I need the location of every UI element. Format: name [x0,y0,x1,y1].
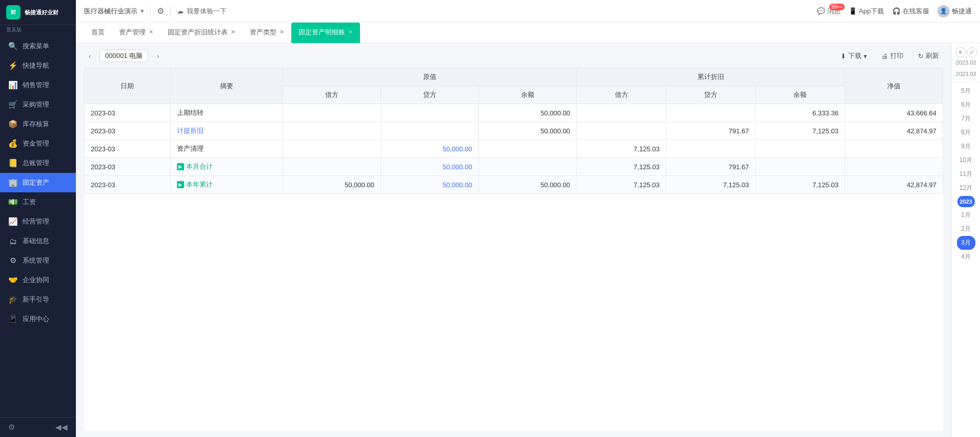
print-btn[interactable]: 🖨 打印 [877,49,908,63]
sidebar-item-purchase[interactable]: 🛒 采购管理 [0,95,76,114]
cell-dep-debit [576,104,666,122]
tab-depreciation-stats[interactable]: 固定资产折旧统计表✕ [161,23,243,43]
download-icon: 📱 [849,7,857,15]
timeline-expand-icon[interactable]: ⤢ [967,47,977,57]
col-date: 日期 [85,68,171,104]
timeline-month-11月[interactable]: 11月 [957,167,975,181]
timeline-month-7月[interactable]: 7月 [957,112,975,126]
download-label: 下载 [848,51,862,61]
summary-text: 上期结转 [177,109,204,116]
cell-orig-credit [381,122,478,140]
cell-orig-credit: 50,000.00 [381,140,478,158]
table-row: 2023-03 资产清理 50,000.00 7,125.03 [85,140,943,158]
sidebar-label-search: 搜索菜单 [23,42,49,51]
sidebar-item-system[interactable]: ⚙ 系统管理 [0,251,76,270]
orig-balance: 余额 [478,86,576,104]
sidebar-item-guide[interactable]: 🎓 新手引导 [0,290,76,309]
tab-close-asset-mgmt[interactable]: ✕ [149,29,153,35]
timeline-month-8月[interactable]: 8月 [957,126,975,140]
tab-home[interactable]: 首页 [84,23,112,43]
cell-dep-balance: 6,333.36 [755,104,845,122]
refresh-icon: ↻ [918,52,924,60]
timeline-panel: ✕ ⤢ 2023.03 2023.03 5月6月7月8月9月10月11月12月2… [951,43,980,437]
sidebar-item-fixed-assets[interactable]: 🏢 固定资产 [0,173,76,192]
cell-dep-balance: 7,125.03 [755,122,845,140]
asset-detail-table: 日期 摘要 原值 累计折旧 净值 借方 贷方 余额 借方 贷方 余额 [84,68,943,194]
cell-dep-debit: 7,125.03 [576,140,666,158]
table-row: 2023-03 ▶ 本月合计 50,000.00 7,125.03 791.67 [85,158,943,176]
sidebar-item-collab[interactable]: 🤝 企业协同 [0,270,76,290]
timeline-month-12月[interactable]: 12月 [957,181,975,195]
cell-summary: 上期结转 [170,104,283,122]
sidebar-item-quick-nav[interactable]: ⚡ 快捷导航 [0,56,76,75]
tab-close-depreciation-stats[interactable]: ✕ [231,29,235,35]
sidebar-item-ledger[interactable]: 📒 总账管理 [0,153,76,173]
prev-btn[interactable]: ‹ [84,50,95,62]
sidebar-item-search[interactable]: 🔍 搜索菜单 [0,36,76,56]
tab-close-asset-detail[interactable]: ✕ [348,29,353,35]
table-row: 2023-03 上期结转 50,000.00 6,333.36 43,666.6… [85,104,943,122]
cell-dep-balance [755,140,845,158]
service-icon: 🎧 [892,7,901,15]
notifications-btn[interactable]: 💬 消息 99++ [817,7,841,16]
sidebar-item-salary[interactable]: 💵 工资 [0,192,76,212]
tab-asset-type[interactable]: 资产类型✕ [243,23,291,43]
tab-close-asset-type[interactable]: ✕ [279,29,284,35]
sidebar-item-basic-info[interactable]: 🗂 基础信息 [0,231,76,251]
app-download-btn[interactable]: 📱 App下载 [849,7,884,16]
col-original-value: 原值 [283,68,576,86]
cell-orig-debit [283,122,381,140]
cell-date: 2023-03 [85,122,171,140]
salary-icon: 💵 [8,197,17,207]
logo-icon: 财 [6,5,21,19]
cell-dep-debit: 7,125.03 [576,158,666,176]
timeline-month-9月[interactable]: 9月 [957,140,975,153]
timeline-month-4月[interactable]: 4月 [957,250,975,264]
download-btn[interactable]: ⬇ 下载 ▾ [836,49,871,63]
user-menu[interactable]: 👤 畅捷通 [937,5,972,17]
company-selector[interactable]: 医疗器械行业演示 ▾ [84,7,144,16]
sidebar-label-basic-info: 基础信息 [23,236,49,246]
sidebar-label-system: 系统管理 [23,256,49,265]
timeline-close-icon[interactable]: ✕ [955,47,966,57]
operations-icon: 📈 [8,217,17,226]
cell-dep-balance: 7,125.03 [755,176,845,194]
summary-text: 资产清理 [177,145,204,152]
sidebar-label-guide: 新手引导 [23,295,49,304]
sidebar-item-operations[interactable]: 📈 经营管理 [0,212,76,231]
company-name: 医疗器械行业演示 [84,7,137,16]
settings-icon[interactable]: ⚙ [8,423,15,432]
timeline-month-6月[interactable]: 6月 [957,98,975,112]
timeline-month-1月[interactable]: 1月 [957,208,975,222]
tabbar: 首页资产管理✕固定资产折旧统计表✕资产类型✕固定资产明细账✕ [76,23,980,43]
sidebar-item-inventory[interactable]: 📦 库存核算 [0,114,76,134]
sidebar-item-finance[interactable]: 💰 资金管理 [0,134,76,153]
sidebar-item-apps[interactable]: 📱 应用中心 [0,309,76,329]
timeline-collapse-btn[interactable]: ✕ ⤢ [955,47,977,57]
sidebar-label-salary: 工资 [23,197,36,207]
sidebar-item-sales[interactable]: 📊 销售管理 [0,75,76,95]
orig-debit: 借方 [283,86,381,104]
timeline-month-2月[interactable]: 2月 [957,222,975,236]
experience-btn[interactable]: ☁ 我要体验一下 [177,7,227,16]
topbar-right: 💬 消息 99++ 📱 App下载 🎧 在线客服 👤 畅捷通 [817,5,972,17]
next-btn[interactable]: › [152,50,164,62]
topbar: 医疗器械行业演示 ▾ ⚙ ☁ 我要体验一下 💬 消息 99++ 📱 App下载 … [76,0,980,23]
timeline-month-5月[interactable]: 5月 [957,84,975,98]
tab-asset-detail[interactable]: 固定资产明细账✕ [291,23,360,43]
service-btn[interactable]: 🎧 在线客服 [892,7,929,16]
timeline-month-3月[interactable]: 3月 [957,236,975,250]
tab-label-asset-type: 资产类型 [250,28,276,37]
timeline-year-2023[interactable]: 2023 [957,196,975,207]
sidebar-label-inventory: 库存核算 [23,120,49,129]
cell-orig-balance [478,158,576,176]
collapse-icon[interactable]: ◀◀ [55,423,68,432]
cell-summary: ▶ 本年累计 [170,176,283,194]
fixed-assets-icon: 🏢 [8,178,17,187]
col-summary: 摘要 [170,68,283,104]
tab-asset-mgmt[interactable]: 资产管理✕ [112,23,161,43]
topbar-settings-icon[interactable]: ⚙ [157,6,164,16]
refresh-btn[interactable]: ↻ 刷新 [914,49,943,63]
timeline-month-10月[interactable]: 10月 [957,153,975,167]
summary-icon: ▶ [177,181,184,188]
